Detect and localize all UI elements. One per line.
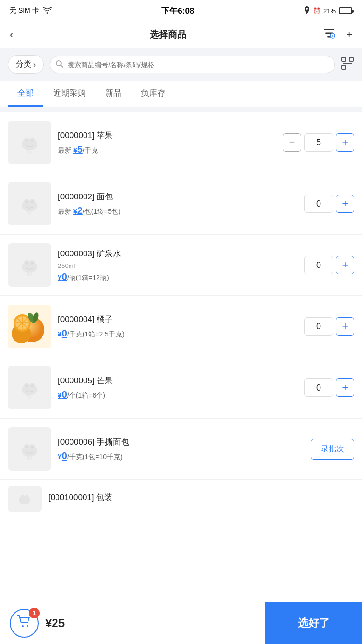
nav-bar: ‹ 选择商品 + + [0, 21, 362, 48]
svg-point-15 [31, 140, 34, 142]
qty-plus-button[interactable]: + [336, 317, 354, 336]
confirm-button[interactable]: 选好了 [265, 602, 362, 644]
product-name: [0000003] 矿泉水 [58, 248, 297, 259]
product-item-partial: [000100001] 包装 [0, 480, 362, 514]
product-info: [0000001] 苹果 最新 ¥5/千克 [58, 130, 276, 155]
product-name: [0000004] 橘子 [58, 314, 297, 325]
location-icon [304, 6, 310, 15]
product-item: 智+ [0000002] 面包 最新 ¥2/包(1袋=5包) + [0, 173, 362, 235]
svg-line-6 [61, 65, 63, 67]
wifi-icon [43, 7, 52, 15]
cart-badge: 1 [29, 608, 40, 618]
product-item: 智+ [0000006] 手撕面包 ¥0/千克(1包=10千克) 录批次 [0, 419, 362, 480]
qty-control: + [304, 256, 354, 274]
svg-text:+: + [332, 34, 334, 39]
svg-text:智+: 智+ [27, 272, 33, 277]
status-right: ⏰ 21% [304, 6, 352, 15]
svg-text:智+: 智+ [27, 211, 33, 215]
status-time: 下午6:08 [161, 5, 194, 16]
qty-plus-button[interactable]: + [336, 256, 354, 274]
product-price: ¥0/千克(1箱=2.5千克) [58, 328, 297, 339]
search-icon [56, 60, 63, 70]
qty-control: + [304, 195, 354, 213]
battery-label: 21% [323, 7, 336, 14]
cart-icon-wrap[interactable]: 1 [10, 609, 39, 638]
svg-point-27 [31, 262, 34, 265]
tab-all[interactable]: 全部 [8, 81, 43, 107]
tab-new[interactable]: 新品 [96, 81, 131, 107]
qty-minus-button[interactable]: − [283, 133, 301, 152]
qty-input[interactable] [304, 317, 333, 336]
filter-button[interactable]: + [323, 28, 335, 42]
qty-plus-button[interactable]: + [336, 133, 354, 152]
add-button[interactable]: + [346, 28, 352, 41]
qty-control: − + [283, 133, 354, 152]
product-spec: 250ml [58, 262, 297, 269]
svg-point-56 [22, 625, 24, 627]
search-input[interactable] [50, 56, 335, 73]
cart-area: 1 ¥25 [10, 609, 65, 638]
product-list: 智+ [0000001] 苹果 最新 ¥5/千克 − + 智+ [0, 112, 362, 514]
product-name: [0000006] 手撕面包 [58, 436, 304, 448]
page-title: 选择商品 [150, 28, 186, 41]
qty-input[interactable] [304, 378, 333, 397]
product-item: [0000004] 橘子 ¥0/千克(1箱=2.5千克) + [0, 296, 362, 357]
section-divider [0, 107, 362, 112]
product-item: 智+ [0000005] 芒果 ¥0/个(1箱=6个) + [0, 357, 362, 419]
qty-control: 录批次 [311, 439, 354, 460]
product-info: [0000006] 手撕面包 ¥0/千克(1包=10千克) [58, 436, 304, 462]
product-price: 最新 ¥5/千克 [58, 144, 276, 155]
scan-button[interactable] [341, 56, 354, 73]
svg-point-57 [27, 625, 28, 627]
battery-icon [339, 7, 352, 14]
status-left: 无 SIM 卡 [10, 6, 52, 15]
tab-negative[interactable]: 负库存 [131, 81, 175, 107]
svg-text:智+: 智+ [27, 456, 33, 461]
product-info: [0000002] 面包 最新 ¥2/包(1袋=5包) [58, 191, 297, 216]
product-item: 智+ [0000003] 矿泉水 250ml ¥0/瓶(1箱=12瓶) + [0, 235, 362, 296]
svg-rect-8 [349, 57, 353, 61]
product-name: [0000001] 苹果 [58, 130, 276, 141]
nav-actions: + + [323, 28, 352, 42]
qty-input[interactable] [304, 195, 333, 213]
svg-point-55 [25, 495, 29, 500]
cart-total: ¥25 [45, 616, 65, 630]
product-image-placeholder: 智+ [8, 366, 51, 409]
search-box-wrap [50, 56, 335, 73]
qty-plus-button[interactable]: + [336, 378, 354, 397]
svg-rect-7 [342, 57, 346, 61]
svg-point-54 [20, 495, 25, 500]
bottom-bar: 1 ¥25 选好了 [0, 602, 362, 644]
svg-text:智+: 智+ [27, 150, 33, 154]
qty-plus-button[interactable]: + [336, 195, 354, 213]
product-image-placeholder [8, 486, 42, 512]
alarm-icon: ⏰ [313, 7, 320, 14]
qty-input[interactable] [304, 256, 333, 274]
product-price: ¥0/瓶(1箱=12瓶) [58, 271, 297, 282]
product-info: [0000003] 矿泉水 250ml ¥0/瓶(1箱=12瓶) [58, 248, 297, 282]
svg-point-45 [31, 385, 34, 387]
product-price: ¥0/千克(1包=10千克) [58, 450, 304, 462]
svg-point-21 [31, 201, 34, 203]
batch-button[interactable]: 录批次 [311, 439, 354, 460]
qty-input[interactable] [304, 133, 333, 152]
product-image-placeholder: 智+ [8, 182, 51, 225]
back-button[interactable]: ‹ [10, 28, 13, 41]
product-item: 智+ [0000001] 苹果 最新 ¥5/千克 − + [0, 112, 362, 173]
svg-point-20 [26, 201, 28, 203]
tab-recent[interactable]: 近期采购 [43, 81, 96, 107]
product-info: [000100001] 包装 [48, 492, 354, 506]
qty-control: + [304, 317, 354, 336]
product-image-placeholder: 智+ [8, 121, 51, 164]
filter-bar: 分类 › [0, 48, 362, 81]
product-price: 最新 ¥2/包(1袋=5包) [58, 205, 297, 216]
qty-control: + [304, 378, 354, 397]
product-name: [0000005] 芒果 [58, 375, 297, 386]
category-chevron-icon: › [33, 60, 36, 69]
product-name: [000100001] 包装 [48, 492, 354, 503]
category-button[interactable]: 分类 › [8, 55, 44, 74]
tab-bar: 全部 近期采购 新品 负库存 [0, 81, 362, 107]
svg-point-26 [26, 262, 28, 265]
product-image-placeholder: 智+ [8, 427, 51, 471]
product-image-placeholder: 智+ [8, 243, 51, 287]
